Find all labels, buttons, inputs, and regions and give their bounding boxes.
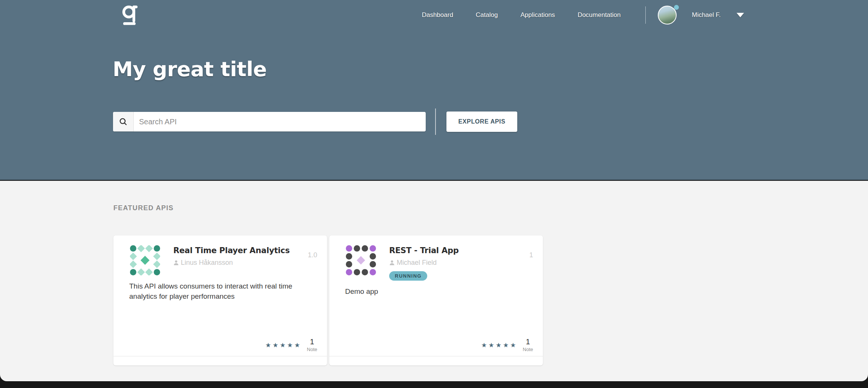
card-footer-divider xyxy=(113,356,327,356)
hero-section: Dashboard Catalog Applications Documenta… xyxy=(0,0,868,180)
note-block: 1 Note xyxy=(523,338,533,352)
api-version: 1.0 xyxy=(308,251,317,275)
avatar xyxy=(658,6,677,24)
note-label: Note xyxy=(523,347,533,352)
search-button-divider xyxy=(435,108,436,135)
search-box xyxy=(113,112,426,131)
card-head-text: REST - Trial App Michael Field RUNNING xyxy=(389,245,529,281)
api-description: This API allows consumers to interact wi… xyxy=(129,281,316,302)
page-title: My great title xyxy=(113,57,267,81)
api-title: Real Time Player Analytics xyxy=(173,246,308,255)
person-icon xyxy=(389,260,395,266)
featured-apis-heading: FEATURED APIS xyxy=(113,204,174,212)
card-footer-divider xyxy=(329,356,543,356)
search-row: EXPLORE APIS xyxy=(113,108,517,135)
app-version: 1 xyxy=(529,251,533,281)
card-head-text: Real Time Player Analytics Linus Håkanss… xyxy=(173,245,308,275)
card-footer: ★★★★★ 1 Note xyxy=(113,338,327,365)
rating-row: ★★★★★ 1 Note xyxy=(113,338,327,352)
note-count: 1 xyxy=(307,338,317,345)
navbar-right-group: Dashboard Catalog Applications Documenta… xyxy=(411,0,744,30)
rating-stars: ★★★★★ xyxy=(265,342,301,348)
explore-apis-button[interactable]: EXPLORE APIS xyxy=(446,112,517,132)
user-menu[interactable]: Michael F. xyxy=(658,6,744,24)
person-icon xyxy=(173,260,179,266)
note-block: 1 Note xyxy=(307,338,317,352)
api-owner-name: Linus Håkansson xyxy=(181,259,233,267)
rating-row: ★★★★★ 1 Note xyxy=(329,338,543,352)
running-status-badge: RUNNING xyxy=(389,271,427,281)
featured-section: FEATURED APIS xyxy=(0,181,868,381)
app-description: Demo app xyxy=(345,287,532,297)
search-icon xyxy=(113,112,134,131)
note-label: Note xyxy=(307,347,317,352)
card-head: Real Time Player Analytics Linus Håkanss… xyxy=(113,235,327,275)
api-card-rest-trial-app[interactable]: REST - Trial App Michael Field RUNNING 1… xyxy=(329,235,543,365)
nav-item-catalog[interactable]: Catalog xyxy=(465,11,509,19)
api-owner: Linus Håkansson xyxy=(173,259,308,267)
user-name: Michael F. xyxy=(692,11,721,19)
online-status-dot xyxy=(674,5,679,10)
app-title: REST - Trial App xyxy=(389,246,529,255)
logo-g-icon[interactable] xyxy=(121,3,139,29)
api-card-real-time-player-analytics[interactable]: Real Time Player Analytics Linus Håkanss… xyxy=(113,235,327,365)
top-navbar: Dashboard Catalog Applications Documenta… xyxy=(0,0,868,30)
app-owner-name: Michael Field xyxy=(397,259,437,267)
card-head: REST - Trial App Michael Field RUNNING 1 xyxy=(329,235,543,281)
featured-cards-row: Real Time Player Analytics Linus Håkanss… xyxy=(113,235,543,365)
teal-diamond-grid-icon xyxy=(130,245,160,275)
card-footer: ★★★★★ 1 Note xyxy=(329,338,543,365)
chevron-down-icon xyxy=(737,13,744,17)
note-count: 1 xyxy=(523,338,533,345)
nav-item-applications[interactable]: Applications xyxy=(509,11,566,19)
app-owner: Michael Field xyxy=(389,259,529,267)
rating-stars: ★★★★★ xyxy=(481,342,517,348)
nav-divider xyxy=(645,6,646,24)
search-input[interactable] xyxy=(134,112,426,131)
nav-item-dashboard[interactable]: Dashboard xyxy=(411,11,465,19)
nav-item-documentation[interactable]: Documentation xyxy=(566,11,632,19)
purple-dot-grid-icon xyxy=(346,245,376,275)
